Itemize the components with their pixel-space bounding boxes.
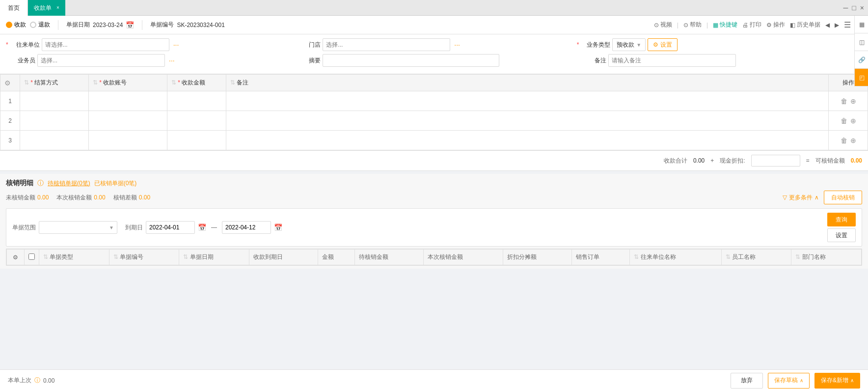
bth-bill-type[interactable]: ⇅ 单据类型 [39, 250, 109, 265]
unwriteoff-value: 0.00 [37, 194, 49, 201]
save-new-btn[interactable]: 保存&新增 ∧ [814, 373, 860, 389]
print-link[interactable]: 🖨 打印 [742, 21, 761, 29]
delete-row-3-btn[interactable]: 🗑 [841, 137, 847, 144]
auto-writeoff-btn[interactable]: 自动核销 [824, 191, 862, 204]
copy-row-2-btn[interactable]: ⊕ [850, 117, 856, 125]
radio-receive[interactable]: 收款 [6, 21, 26, 29]
pending-tab[interactable]: 待核销单据(0笔) [48, 179, 90, 188]
draft-btn[interactable]: 保存草稿 ∧ [768, 373, 810, 389]
row-account-3[interactable] [89, 131, 167, 150]
delete-row-2-btn[interactable]: 🗑 [841, 117, 847, 125]
table-settings-icon[interactable]: ⚙ [13, 254, 18, 261]
bottom-table-wrap: ⚙ ⇅ 单据类型 ⇅ 单据编号 ⇅ 单据日期 [6, 249, 862, 266]
history-link[interactable]: ◧ 历史单据 [790, 21, 820, 29]
writeoff-diff-value: 0.00 [139, 194, 150, 201]
right-panel-btn-2[interactable]: ◫ [855, 33, 868, 51]
row-amount-2[interactable] [167, 111, 226, 131]
window-controls: ─ □ × [843, 4, 868, 12]
th-remark: ⇅ 备注 [226, 75, 829, 91]
current-writeoff-label: 本次核销金额 [56, 194, 92, 202]
row-remark-3[interactable] [226, 131, 829, 150]
due-date-filter: 到期日 📅 — 📅 [125, 221, 282, 234]
filter-settings-btn[interactable]: 设置 [827, 228, 856, 242]
select-all-checkbox[interactable] [28, 253, 35, 260]
store-more-icon[interactable]: ··· [454, 41, 460, 49]
list-view-icon[interactable]: ☰ [844, 20, 851, 29]
unwriteoff-label: 未核销金额 [6, 194, 35, 202]
settings-icon[interactable]: ⚙ [4, 79, 11, 87]
row-amount-3[interactable] [167, 131, 226, 150]
done-tab[interactable]: 已核销单据(0笔) [94, 179, 137, 188]
remark-input[interactable] [608, 54, 736, 67]
date-to-calendar-icon[interactable]: 📅 [274, 223, 282, 231]
video-icon: ⊙ [654, 22, 659, 28]
delete-row-1-btn[interactable]: 🗑 [841, 97, 847, 105]
bth-staff[interactable]: ⇅ 员工名称 [721, 250, 791, 265]
row-settlement-1[interactable] [20, 91, 89, 111]
store-input[interactable] [323, 38, 450, 51]
toolbar-actions: ⊙ 视频 | ⊙ 帮助 | ▦ 快捷键 🖨 打印 ⚙ 操作 ◧ 历史单据 ◀ ▶… [654, 20, 862, 29]
bth-counterparty[interactable]: ⇅ 往来单位名称 [630, 250, 721, 265]
settings-btn[interactable]: ⚙ 设置 [648, 38, 678, 51]
biz-type-dropdown[interactable]: 预收款 ▼ [612, 38, 646, 51]
row-remark-2[interactable] [226, 111, 829, 131]
bth-dept[interactable]: ⇅ 部门名称 [791, 250, 862, 265]
bth-due-date: 收款到期日 [249, 250, 318, 265]
nav-right-icon[interactable]: ▶ [835, 22, 839, 28]
bth-settings[interactable]: ⚙ [7, 250, 25, 265]
staff-more-icon[interactable]: ··· [169, 56, 175, 64]
video-link[interactable]: ⊙ 视频 [654, 21, 672, 29]
filter-row: 单据范围 ▼ 到期日 📅 — 📅 查询 设置 [6, 208, 862, 247]
row-account-1[interactable] [89, 91, 167, 111]
query-btn[interactable]: 查询 [827, 213, 856, 226]
right-panel-btn-3[interactable]: 🔗 [855, 51, 868, 69]
bth-bill-date[interactable]: ⇅ 单据日期 [179, 250, 249, 265]
summary-input[interactable] [323, 54, 499, 67]
date-to-input[interactable] [222, 221, 271, 234]
right-panel-btn-1[interactable]: ▦ [855, 16, 868, 33]
discount-input[interactable] [751, 155, 800, 167]
abandon-btn[interactable]: 放弃 [731, 373, 763, 389]
more-filter-link[interactable]: ▽ 更多条件 ∧ [783, 194, 819, 202]
copy-row-3-btn[interactable]: ⊕ [850, 137, 856, 144]
summary-field: 摘要 [291, 54, 576, 67]
bill-date-value[interactable]: 2023-03-24 [93, 22, 123, 28]
form-row-2: 业务员 ··· 摘要 备注 [6, 54, 862, 67]
row-amount-1[interactable] [167, 91, 226, 111]
bth-bill-no[interactable]: ⇅ 单据编号 [109, 250, 179, 265]
action-link[interactable]: ⚙ 操作 [766, 21, 785, 29]
row-settlement-2[interactable] [20, 111, 89, 131]
th-settings[interactable]: ⚙ [0, 75, 20, 91]
window-maximize-btn[interactable]: □ [852, 4, 856, 12]
bill-no-value: SK-20230324-001 [177, 22, 224, 28]
row-settlement-3[interactable] [20, 131, 89, 150]
th-settlement: ⇅ * 结算方式 [20, 75, 89, 91]
counterparty-input[interactable] [42, 38, 169, 51]
info-icon[interactable]: ⓘ [34, 376, 40, 385]
staff-input[interactable] [37, 54, 165, 67]
date-from-calendar-icon[interactable]: 📅 [198, 223, 206, 231]
copy-row-1-btn[interactable]: ⊕ [850, 97, 856, 105]
row-num-2: 2 [0, 111, 20, 131]
right-panel-btn-4[interactable]: ◰ [855, 69, 868, 86]
window-minimize-btn[interactable]: ─ [843, 4, 848, 12]
shortcut-link[interactable]: ▦ 快捷键 [713, 21, 737, 29]
bth-checkbox[interactable] [25, 250, 39, 265]
calendar-icon[interactable]: 📅 [126, 21, 134, 29]
row-actions-3: 🗑 ⊕ [829, 131, 868, 150]
date-from-input[interactable] [146, 221, 195, 234]
help-link[interactable]: ⊙ 帮助 [683, 21, 702, 29]
row-account-2[interactable] [89, 111, 167, 131]
row-remark-1[interactable] [226, 91, 829, 111]
form-area: * 往来单位 ··· 门店 ··· * 业务类型 预收款 ▼ ⚙ 设置 业务员 [0, 34, 868, 74]
tab-close-icon[interactable]: × [56, 0, 59, 16]
range-select[interactable]: ▼ [39, 221, 117, 234]
window-close-btn[interactable]: × [860, 4, 864, 12]
tab-home[interactable]: 首页 [0, 0, 28, 16]
tab-active[interactable]: 收款单 × [28, 0, 65, 16]
nav-left-icon[interactable]: ◀ [825, 22, 830, 28]
writeoff-info-icon[interactable]: ⓘ [37, 179, 44, 188]
current-value: 0.00 [43, 377, 54, 384]
radio-refund[interactable]: 退款 [30, 21, 50, 29]
counterparty-more-icon[interactable]: ··· [173, 41, 179, 49]
